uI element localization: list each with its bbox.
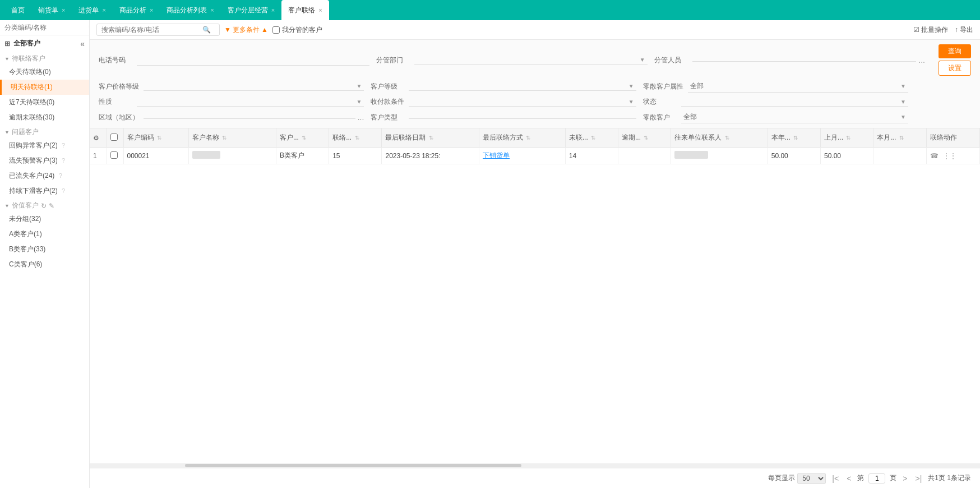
manager-select[interactable]: [692, 59, 917, 62]
sidebar-item-tomorrow-contact[interactable]: 明天待联络(1): [0, 80, 89, 95]
nav-customer-tier[interactable]: 客户分层经营 ×: [221, 0, 281, 20]
col-checkbox[interactable]: [107, 128, 123, 148]
per-page-select[interactable]: 50 100 200: [797, 473, 826, 484]
phone-input[interactable]: [137, 55, 369, 66]
sidebar-item-class-b[interactable]: B类客户(33): [0, 242, 89, 257]
close-icon[interactable]: ×: [271, 7, 275, 13]
sort-icon[interactable]: ⇅: [725, 135, 729, 141]
horizontal-scrollbar[interactable]: [90, 463, 980, 468]
sort-icon[interactable]: ⇅: [355, 135, 359, 141]
row-action-icons: ☎ ⋮⋮: [930, 152, 976, 160]
customer-type-select[interactable]: [409, 116, 636, 119]
col-overdue: 逾期... ⇅: [618, 128, 671, 148]
row-checkbox[interactable]: [110, 151, 118, 159]
nav-purchase-order[interactable]: 进货单 ×: [72, 0, 112, 20]
my-customers-checkbox-label[interactable]: 我分管的客户: [272, 25, 322, 35]
sort-icon[interactable]: ⇅: [302, 135, 306, 141]
cell-checkbox[interactable]: [107, 148, 123, 164]
first-page-btn[interactable]: |<: [830, 474, 840, 483]
nav-sales-order[interactable]: 销货单 ×: [31, 0, 72, 20]
col-settings[interactable]: ⚙: [90, 128, 107, 148]
scrollbar-thumb[interactable]: [185, 464, 521, 467]
sidebar-group-value[interactable]: 价值客户 ↻ ✎: [0, 199, 89, 211]
sort-icon[interactable]: ⇅: [846, 135, 850, 141]
batch-icon: ☑: [913, 26, 919, 34]
select-all-checkbox[interactable]: [110, 133, 118, 141]
sidebar-item-declining[interactable]: 持续下滑客户(2) ?: [0, 183, 89, 199]
page-number-input[interactable]: [868, 473, 885, 484]
sidebar-search-input[interactable]: [4, 24, 89, 31]
refresh-icon[interactable]: ↻: [41, 202, 47, 210]
payment-select[interactable]: ▼: [409, 98, 636, 107]
sort-icon[interactable]: ⇅: [526, 135, 530, 141]
nav-product-analysis[interactable]: 商品分析 ×: [113, 0, 160, 20]
sidebar-item-overdue-contact[interactable]: 逾期未联络(30): [0, 110, 89, 125]
edit-icon[interactable]: ✎: [49, 202, 54, 210]
export-btn[interactable]: ↑ 导出: [955, 25, 973, 35]
collapse-icon[interactable]: «: [80, 39, 85, 48]
help-icon[interactable]: ?: [59, 172, 62, 179]
sort-icon[interactable]: ⇅: [591, 135, 595, 141]
nav-customer-contact[interactable]: 客户联络 ×: [281, 0, 329, 20]
close-icon[interactable]: ×: [62, 7, 65, 13]
batch-ops-btn[interactable]: ☑ 批量操作: [913, 25, 948, 35]
sort-icon[interactable]: ⇅: [157, 135, 161, 141]
retail-customer-select[interactable]: 全部 ▼: [681, 111, 908, 123]
price-level-select[interactable]: ▼: [144, 82, 364, 91]
sort-icon[interactable]: ⇅: [222, 135, 226, 141]
search-input[interactable]: [101, 26, 202, 34]
search-icon[interactable]: 🔍: [202, 26, 211, 34]
nature-select[interactable]: ▼: [137, 98, 364, 107]
region-select[interactable]: [144, 116, 355, 119]
more-actions-icon[interactable]: ⋮⋮: [943, 152, 956, 160]
last-page-btn[interactable]: >|: [914, 474, 924, 483]
more-dots-icon[interactable]: ...: [358, 113, 364, 122]
filter-payment: 收付款条件 ▼: [371, 97, 636, 107]
query-btn[interactable]: 查询: [939, 44, 971, 58]
filter-manager: 分管人员 ...: [654, 56, 925, 65]
help-icon[interactable]: ?: [62, 157, 65, 164]
sort-icon[interactable]: ⇅: [429, 135, 433, 141]
close-icon[interactable]: ×: [102, 7, 105, 13]
chevron-up-icon: ▲: [261, 26, 268, 34]
settings-btn[interactable]: 设置: [939, 61, 971, 76]
more-dots-icon[interactable]: ...: [918, 56, 925, 65]
all-customers-header[interactable]: ⊞ 全部客户 «: [0, 35, 89, 52]
sidebar-item-ungrouped[interactable]: 未分组(32): [0, 211, 89, 227]
help-icon[interactable]: ?: [62, 142, 65, 149]
cell-code: 000021: [123, 148, 188, 164]
cell-last-method[interactable]: 下销货单: [479, 148, 566, 164]
help-icon[interactable]: ?: [62, 187, 65, 194]
sidebar-item-class-a[interactable]: A类客户(1): [0, 227, 89, 242]
sidebar-item-churned[interactable]: 已流失客户(24) ?: [0, 168, 89, 183]
close-icon[interactable]: ×: [318, 7, 322, 13]
sidebar-search-box[interactable]: 🔍: [0, 20, 89, 35]
sidebar-item-class-c[interactable]: C类客户(6): [0, 257, 89, 272]
retail-attr-select[interactable]: 全部 ▼: [688, 80, 908, 93]
sidebar-group-pending[interactable]: 待联络客户: [0, 52, 89, 65]
nav-home[interactable]: 首页: [4, 0, 31, 20]
close-icon[interactable]: ×: [150, 7, 153, 13]
close-icon[interactable]: ×: [210, 7, 214, 13]
contact-icon[interactable]: ☎: [930, 152, 939, 160]
my-customers-checkbox[interactable]: [272, 26, 280, 34]
status-select[interactable]: ▼: [681, 98, 908, 107]
sort-icon[interactable]: ⇅: [644, 135, 648, 141]
sort-icon[interactable]: ⇅: [899, 135, 904, 141]
sidebar-item-week-contact[interactable]: 近7天待联络(0): [0, 95, 89, 110]
table-row: 1 000021 B类客户 15 2023-05-23 18:25: 下销货单 …: [90, 148, 980, 164]
sidebar-item-repurchase-abnormal[interactable]: 回购异常客户(2) ?: [0, 138, 89, 153]
sidebar-item-churn-warning[interactable]: 流失预警客户(3) ?: [0, 153, 89, 168]
dept-select[interactable]: ▼: [414, 56, 647, 65]
next-page-btn[interactable]: >: [901, 474, 909, 483]
nav-product-analysis-list[interactable]: 商品分析列表 ×: [160, 0, 220, 20]
filter-row-2: 客户价格等级 ▼ 客户等级 ▼ 零散客户属性 全部: [99, 80, 971, 93]
sidebar-group-problem[interactable]: 问题客户: [0, 125, 89, 138]
sort-icon[interactable]: ⇅: [793, 135, 798, 141]
search-box[interactable]: 🔍: [96, 24, 220, 36]
more-filter-btn[interactable]: ▼ 更多条件 ▲: [224, 25, 268, 35]
prev-page-btn[interactable]: <: [845, 474, 853, 483]
customer-level-select[interactable]: ▼: [409, 82, 636, 91]
footer: 每页显示 50 100 200 |< < 第 页 > >| 共1页 1条记录: [90, 468, 980, 488]
sidebar-item-today-contact[interactable]: 今天待联络(0): [0, 65, 89, 80]
